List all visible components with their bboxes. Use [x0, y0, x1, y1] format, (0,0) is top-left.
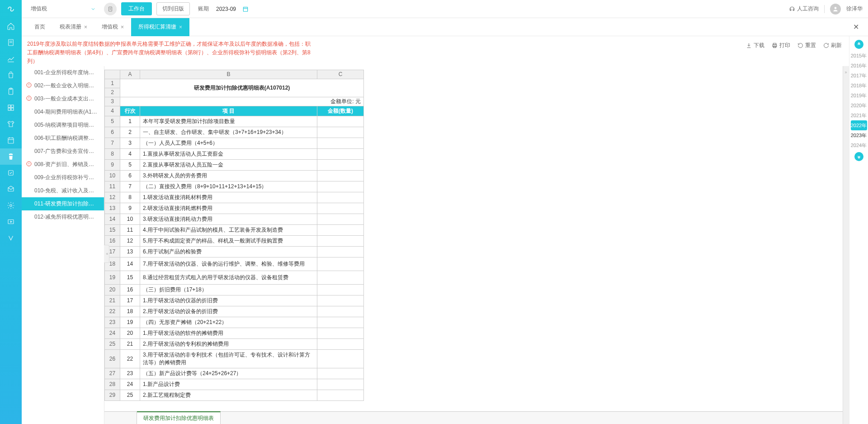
year-button[interactable]: 2020年 — [851, 100, 867, 110]
row-header[interactable]: 4 — [105, 106, 120, 116]
sheet-tab[interactable]: 研发费用加计扣除优惠明细表 — [137, 411, 221, 424]
cell-amount[interactable] — [317, 148, 364, 159]
nav-calendar[interactable] — [0, 132, 22, 148]
col-header-A[interactable]: A — [120, 70, 140, 79]
cell-item[interactable]: 一、自主研发、合作研发、集中研发（3+7+16+19+23+34） — [140, 127, 317, 138]
circle-action[interactable] — [104, 3, 117, 15]
form-list-item[interactable]: 004-期间费用明细表(A1040... — [22, 105, 104, 119]
cell-item[interactable]: 3.外聘研发人员的劳务费用 — [140, 170, 317, 181]
consult-link[interactable]: 人工咨询 — [789, 5, 819, 13]
cell-seq[interactable]: 15 — [120, 271, 140, 284]
cell-seq[interactable]: 7 — [120, 181, 140, 192]
cell-item[interactable]: （一）人员人工费用（4+5+6） — [140, 138, 317, 148]
row-header[interactable]: 22 — [105, 306, 120, 317]
workspace-button[interactable]: 工作台 — [121, 2, 152, 15]
cell-seq[interactable]: 3 — [120, 138, 140, 148]
year-button[interactable]: 2017年 — [851, 71, 867, 81]
row-header[interactable]: 11 — [105, 181, 120, 192]
cell-seq[interactable]: 25 — [120, 390, 140, 400]
nav-tax[interactable] — [0, 148, 22, 165]
cell-seq[interactable]: 13 — [120, 246, 140, 257]
horizontal-scrollbar[interactable] — [553, 412, 843, 424]
cell-seq[interactable]: 24 — [120, 379, 140, 390]
nav-clipboard[interactable] — [0, 83, 22, 100]
row-header[interactable]: 3 — [105, 97, 120, 106]
avatar[interactable] — [830, 4, 841, 14]
form-list-item[interactable]: 001-企业所得税年度纳税申... — [22, 66, 104, 79]
col-item-header[interactable]: 项 目 — [140, 106, 317, 116]
cell-amount[interactable] — [317, 181, 364, 192]
cell-item[interactable]: 7.用于研发活动的仪器、设备的运行维护、调整、检验、维修等费用 — [140, 257, 317, 271]
row-header[interactable]: 19 — [105, 271, 120, 284]
row-header[interactable]: 21 — [105, 295, 120, 306]
cell-item[interactable]: （四）无形资产摊销（20+21+22） — [140, 317, 317, 328]
switch-old-button[interactable]: 切到旧版 — [156, 2, 190, 15]
close-icon[interactable]: × — [121, 24, 124, 30]
cell-item[interactable]: 6.用于试制产品的检验费 — [140, 246, 317, 257]
col-header-B[interactable]: B — [140, 70, 317, 79]
col-seq-header[interactable]: 行次 — [120, 106, 140, 116]
cell-amount[interactable] — [317, 170, 364, 181]
cell-seq[interactable]: 16 — [120, 284, 140, 295]
refresh-button[interactable]: 刷新 — [823, 42, 842, 49]
row-header[interactable]: 12 — [105, 192, 120, 203]
nav-refresh2[interactable] — [0, 165, 22, 181]
cell-seq[interactable]: 22 — [120, 349, 140, 368]
nav-shirt[interactable] — [0, 116, 22, 132]
cell-item[interactable]: 1.直接从事研发活动人员工资薪金 — [140, 148, 317, 159]
tab-税表清册[interactable]: 税表清册× — [52, 18, 94, 36]
row-header[interactable]: 20 — [105, 284, 120, 295]
sheet-corner[interactable] — [105, 70, 120, 79]
cell-amount[interactable] — [317, 127, 364, 138]
cell-item[interactable]: （二）直接投入费用（8+9+10+11+12+13+14+15） — [140, 181, 317, 192]
spreadsheet[interactable]: ABC 1研发费用加计扣除优惠明细表(A107012) 2 3金额单位: 元 4… — [104, 70, 364, 401]
nav-send[interactable] — [0, 181, 22, 197]
cell-amount[interactable] — [317, 295, 364, 306]
year-button[interactable]: 2019年 — [851, 91, 867, 100]
row-header[interactable]: 5 — [105, 116, 120, 127]
cell-amount[interactable] — [317, 349, 364, 368]
nav-grid[interactable] — [0, 100, 22, 116]
cell-item[interactable]: 2.新工艺规程制定费 — [140, 390, 317, 400]
cell-amount[interactable] — [317, 317, 364, 328]
cell-amount[interactable] — [317, 390, 364, 400]
form-list-item[interactable]: 012-减免所得税优惠明细表(... — [22, 210, 104, 224]
right-expand-handle[interactable] — [843, 66, 849, 424]
form-list-item[interactable]: 002-一般企业收入明细表(A... — [22, 79, 104, 92]
cell-item[interactable]: （三）折旧费用（17+18） — [140, 284, 317, 295]
form-list-item[interactable]: 008-资产折旧、摊销及纳税... — [22, 158, 104, 171]
cell-seq[interactable]: 4 — [120, 148, 140, 159]
close-icon[interactable]: × — [84, 24, 87, 30]
cell-seq[interactable]: 8 — [120, 192, 140, 203]
cell-amount[interactable] — [317, 224, 364, 235]
cell-item[interactable]: 2.用于研发活动的专利权的摊销费用 — [140, 338, 317, 349]
cell-amount[interactable] — [317, 192, 364, 203]
nav-home[interactable] — [0, 18, 22, 34]
row-header[interactable]: 13 — [105, 203, 120, 214]
row-header[interactable]: 14 — [105, 214, 120, 224]
nav-v[interactable] — [0, 230, 22, 246]
cell-seq[interactable]: 1 — [120, 116, 140, 127]
year-button[interactable]: 2021年 — [851, 110, 867, 120]
cell-amount[interactable] — [317, 235, 364, 246]
tab-增值税[interactable]: 增值税× — [94, 18, 131, 36]
row-header[interactable]: 27 — [105, 368, 120, 379]
cell-seq[interactable]: 10 — [120, 214, 140, 224]
cell-seq[interactable]: 20 — [120, 328, 140, 338]
row-header[interactable]: 10 — [105, 170, 120, 181]
cell-item[interactable]: 8.通过经营租赁方式租入的用于研发活动的仪器、设备租赁费 — [140, 271, 317, 284]
cell-item[interactable]: 本年可享受研发费用加计扣除项目数量 — [140, 116, 317, 127]
row-header[interactable]: 29 — [105, 390, 120, 400]
year-button[interactable]: 2024年 — [851, 140, 867, 150]
cell-item[interactable]: 3.研发活动直接消耗动力费用 — [140, 214, 317, 224]
year-button[interactable]: 2015年 — [851, 51, 867, 61]
cell-seq[interactable]: 14 — [120, 257, 140, 271]
year-scroll-up[interactable] — [854, 40, 863, 49]
cell-amount[interactable] — [317, 379, 364, 390]
cell-amount[interactable] — [317, 214, 364, 224]
row-header[interactable]: 15 — [105, 224, 120, 235]
cell-amount[interactable] — [317, 338, 364, 349]
cell-item[interactable]: 2.直接从事研发活动人员五险一金 — [140, 159, 317, 170]
year-button[interactable]: 2022年 — [851, 120, 867, 130]
cell-seq[interactable]: 5 — [120, 159, 140, 170]
